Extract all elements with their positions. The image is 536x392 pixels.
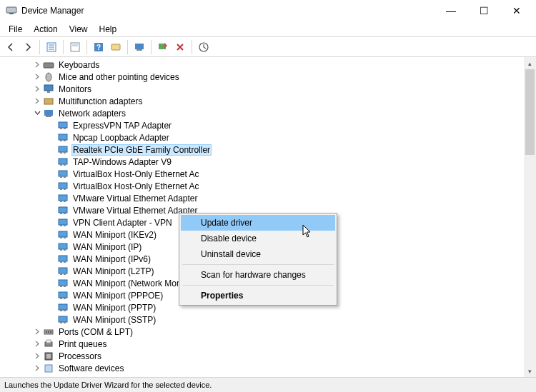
- expand-icon[interactable]: [33, 364, 41, 373]
- svg-rect-0: [6, 7, 16, 13]
- svg-rect-39: [64, 189, 66, 190]
- svg-rect-66: [64, 298, 66, 299]
- tree-label: Npcap Loopback Adapter: [71, 133, 171, 143]
- menu-view[interactable]: View: [64, 23, 94, 36]
- expand-icon[interactable]: [33, 340, 41, 348]
- network-adapter-icon: [57, 144, 69, 156]
- tree-label: Print queues: [57, 339, 108, 349]
- tree-category-mice[interactable]: Mice and other pointing devices: [9, 71, 536, 83]
- menu-file[interactable]: File: [3, 23, 28, 36]
- keyboard-icon: [43, 59, 54, 71]
- network-adapter-icon: [57, 302, 69, 313]
- context-separator: [182, 264, 334, 265]
- svg-rect-36: [64, 176, 66, 178]
- context-item[interactable]: Uninstall device: [181, 246, 335, 262]
- svg-rect-35: [60, 176, 62, 178]
- tree-category-monitors[interactable]: Monitors: [9, 83, 536, 95]
- network-adapter-icon: [57, 205, 69, 216]
- network-adapter-icon: [57, 241, 69, 253]
- scroll-thumb[interactable]: [525, 69, 535, 155]
- tree-device[interactable]: Realtek PCIe GbE Family Controller: [9, 144, 536, 156]
- svg-rect-22: [59, 122, 67, 128]
- print-icon: [43, 338, 54, 350]
- network-adapter-icon: [57, 169, 69, 180]
- scroll-up-button[interactable]: ▴: [524, 57, 536, 69]
- svg-rect-52: [59, 243, 67, 249]
- minimize-button[interactable]: —: [435, 0, 467, 21]
- properties-button[interactable]: [67, 39, 83, 55]
- menu-help[interactable]: Help: [94, 23, 123, 36]
- svg-rect-23: [60, 128, 62, 129]
- tree-category-ports[interactable]: Ports (COM & LPT): [9, 326, 536, 338]
- context-separator: [182, 285, 334, 286]
- svg-rect-33: [64, 164, 66, 166]
- tree-label: WAN Miniport (IKEv2): [71, 230, 158, 240]
- svg-rect-80: [46, 354, 51, 358]
- close-button[interactable]: ✕: [500, 0, 533, 21]
- help-button[interactable]: ?: [91, 39, 106, 55]
- expand-icon[interactable]: [33, 328, 41, 336]
- tree-device[interactable]: VMware Virtual Ethernet Adapter: [9, 192, 536, 204]
- tree-category-network[interactable]: Network adapters: [9, 107, 536, 119]
- tree-category-multifunction[interactable]: Multifunction adapters: [9, 95, 536, 107]
- network-adapter-icon: [57, 217, 69, 228]
- update-driver-button[interactable]: [131, 39, 147, 55]
- svg-rect-45: [64, 213, 66, 214]
- svg-rect-49: [59, 231, 67, 237]
- svg-rect-24: [64, 128, 66, 129]
- svg-rect-63: [64, 286, 66, 287]
- collapse-icon[interactable]: [33, 109, 41, 118]
- context-item[interactable]: Update driver: [181, 215, 335, 231]
- tree-device[interactable]: VirtualBox Host-Only Ethernet Ac: [9, 180, 536, 192]
- scroll-down-button[interactable]: ▾: [524, 365, 536, 377]
- forward-button[interactable]: [20, 39, 36, 55]
- svg-rect-38: [60, 189, 62, 190]
- tree-label: Mice and other pointing devices: [57, 72, 181, 82]
- vertical-scrollbar[interactable]: ▴ ▾: [524, 57, 536, 377]
- tree-device[interactable]: WAN Miniport (SSTP): [9, 313, 536, 326]
- svg-point-76: [50, 331, 51, 333]
- svg-rect-61: [59, 280, 67, 286]
- scan-button[interactable]: [108, 39, 124, 55]
- status-text: Launches the Update Driver Wizard for th…: [4, 381, 212, 389]
- expand-icon[interactable]: [33, 97, 41, 106]
- tree-device[interactable]: TAP-Windows Adapter V9: [9, 156, 536, 168]
- toolbar-separator: [63, 40, 64, 54]
- context-item[interactable]: Disable device: [181, 231, 335, 246]
- svg-rect-27: [64, 140, 66, 141]
- status-bar: Launches the Update Driver Wizard for th…: [0, 378, 536, 392]
- back-button[interactable]: [3, 39, 19, 55]
- context-item[interactable]: Properties: [181, 288, 335, 303]
- svg-rect-25: [59, 134, 67, 140]
- tree-category-printq[interactable]: Print queues: [9, 338, 536, 350]
- tree-label: TAP-Windows Adapter V9: [71, 157, 173, 167]
- expand-icon[interactable]: [33, 85, 41, 94]
- tree-category-software[interactable]: Software devices: [9, 362, 536, 374]
- tree-label: Processors: [57, 351, 103, 361]
- net-icon: [43, 108, 54, 119]
- expand-icon[interactable]: [33, 61, 41, 69]
- window-title: Device Manager: [21, 6, 84, 16]
- uninstall-button[interactable]: [155, 39, 171, 55]
- context-item[interactable]: Scan for hardware changes: [181, 267, 335, 283]
- network-adapter-icon: [57, 120, 69, 131]
- svg-rect-20: [44, 110, 53, 116]
- tree-device[interactable]: VirtualBox Host-Only Ethernet Ac: [9, 168, 536, 180]
- tree-device[interactable]: ExpressVPN TAP Adapter: [9, 119, 536, 131]
- disable-button[interactable]: [172, 39, 188, 55]
- enable-button[interactable]: [196, 39, 212, 55]
- tree-category-keyboards[interactable]: Keyboards: [9, 59, 536, 71]
- svg-rect-58: [59, 268, 67, 273]
- maximize-button[interactable]: ☐: [467, 0, 500, 21]
- mouse-icon: [43, 71, 54, 83]
- network-adapter-icon: [57, 266, 69, 277]
- tree-device[interactable]: Npcap Loopback Adapter: [9, 131, 536, 144]
- svg-rect-17: [44, 85, 53, 91]
- tree-category-processors[interactable]: Processors: [9, 350, 536, 362]
- svg-rect-56: [60, 261, 62, 263]
- expand-icon[interactable]: [33, 73, 41, 81]
- show-hidden-button[interactable]: [44, 39, 59, 55]
- toolbar-separator: [151, 40, 152, 54]
- menu-action[interactable]: Action: [28, 23, 63, 36]
- expand-icon[interactable]: [33, 352, 41, 361]
